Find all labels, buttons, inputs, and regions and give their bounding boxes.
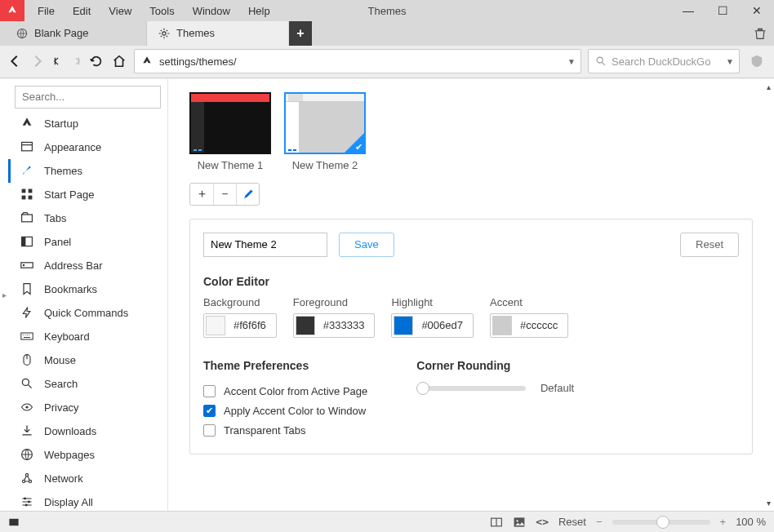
- pref-transparent-tabs[interactable]: Transparent Tabs: [203, 421, 367, 441]
- panel-icon: [20, 235, 33, 248]
- highlight-hex: #006ed7: [413, 319, 471, 331]
- search-icon: [20, 377, 33, 390]
- sidebar-item-label: Quick Commands: [44, 307, 128, 319]
- closed-tabs-button[interactable]: [746, 21, 774, 46]
- reset-button[interactable]: Reset: [680, 233, 739, 257]
- vivaldi-icon: [7, 5, 18, 16]
- new-tab-button[interactable]: +: [289, 21, 312, 46]
- menu-window[interactable]: Window: [185, 2, 238, 20]
- tab-label: Blank Page: [34, 27, 89, 39]
- remove-theme-button[interactable]: －: [213, 184, 236, 205]
- chevron-down-icon[interactable]: ▼: [726, 57, 734, 66]
- globe-icon: [16, 28, 28, 39]
- content-blocker-button[interactable]: [746, 54, 767, 69]
- minimize-button[interactable]: ―: [671, 0, 705, 21]
- settings-search-input[interactable]: [15, 86, 161, 109]
- svg-point-21: [24, 498, 26, 500]
- checkbox-icon: [203, 385, 216, 397]
- sidebar-item-keyboard[interactable]: Keyboard: [8, 325, 167, 348]
- sidebar-item-label: Tabs: [44, 212, 66, 224]
- sidebar-item-themes[interactable]: Themes: [8, 159, 167, 183]
- zoom-slider[interactable]: [612, 520, 710, 525]
- background-hex: #f6f6f6: [225, 319, 274, 331]
- url-field[interactable]: settings/themes/ ▼: [134, 49, 581, 73]
- grid-icon: [20, 188, 33, 201]
- image-icon[interactable]: [513, 516, 526, 529]
- scroll-up-indicator[interactable]: ▴: [767, 82, 771, 91]
- sidebar-item-display-all[interactable]: Display All: [8, 490, 167, 512]
- reload-button[interactable]: [88, 53, 105, 69]
- menu-tools[interactable]: Tools: [141, 2, 182, 20]
- background-label: Background: [203, 296, 277, 308]
- sidebar-item-privacy[interactable]: Privacy: [8, 396, 167, 419]
- sidebar-item-tabs[interactable]: Tabs: [8, 206, 167, 230]
- fast-forward-button[interactable]: [70, 53, 82, 69]
- background-swatch[interactable]: #f6f6f6: [203, 313, 277, 338]
- sidebar-item-start-page[interactable]: Start Page: [8, 183, 167, 206]
- sidebar-item-mouse[interactable]: Mouse: [8, 348, 167, 372]
- chevron-down-icon[interactable]: ▼: [567, 57, 576, 66]
- sidebar-item-panel[interactable]: Panel: [8, 230, 167, 254]
- page-actions-icon[interactable]: <>: [536, 516, 549, 528]
- theme-thumbnails: New Theme 1 ✔ New Theme 2: [189, 92, 753, 171]
- menu-edit[interactable]: Edit: [64, 2, 99, 20]
- back-button[interactable]: [7, 53, 23, 69]
- svg-point-27: [517, 520, 518, 521]
- svg-point-1: [162, 32, 166, 35]
- highlight-label: Highlight: [391, 296, 474, 308]
- sidebar-item-label: Downloads: [44, 425, 96, 437]
- panel-toggle-icon[interactable]: [8, 516, 20, 528]
- panel-toggle[interactable]: ▸: [0, 79, 8, 512]
- svg-point-18: [22, 480, 24, 482]
- edit-theme-button[interactable]: [236, 184, 259, 205]
- tiling-icon[interactable]: [490, 516, 503, 529]
- close-button[interactable]: ✕: [740, 0, 774, 21]
- scroll-down-indicator[interactable]: ▾: [767, 499, 771, 508]
- accent-swatch[interactable]: #cccccc: [490, 313, 568, 338]
- check-icon: ✔: [355, 142, 363, 153]
- sidebar-item-downloads[interactable]: Downloads: [8, 419, 167, 443]
- menu-bar: File Edit View Tools Window Help: [24, 2, 278, 20]
- sidebar-item-bookmarks[interactable]: Bookmarks: [8, 277, 167, 301]
- shield-icon: [750, 54, 764, 69]
- svg-rect-4: [22, 189, 26, 193]
- forward-button[interactable]: [29, 53, 46, 69]
- pref-accent-from-page[interactable]: Accent Color from Active Page: [203, 382, 367, 401]
- maximize-button[interactable]: ☐: [705, 0, 740, 21]
- sidebar-item-webpages[interactable]: Webpages: [8, 443, 167, 467]
- vivaldi-logo[interactable]: [0, 0, 24, 21]
- sidebar-item-label: Bookmarks: [44, 283, 97, 295]
- home-button[interactable]: [111, 53, 127, 69]
- svg-point-19: [29, 480, 31, 482]
- add-theme-button[interactable]: ＋: [190, 184, 213, 205]
- zoom-reset-button[interactable]: Reset: [558, 516, 586, 528]
- highlight-swatch[interactable]: #006ed7: [391, 313, 474, 338]
- tab-themes[interactable]: Themes: [147, 21, 289, 46]
- sliders-icon: [20, 495, 33, 508]
- navigation-bar: settings/themes/ ▼ Search DuckDuckGo ▼: [0, 46, 774, 78]
- theme-actions-toolbar: ＋ －: [189, 183, 260, 206]
- checkbox-icon: ✔: [203, 405, 216, 417]
- url-text: settings/themes/: [159, 55, 237, 68]
- corner-rounding-slider[interactable]: [416, 386, 526, 391]
- pref-accent-to-window[interactable]: ✔Apply Accent Color to Window: [203, 401, 367, 421]
- bookmark-icon: [20, 282, 33, 295]
- foreground-swatch[interactable]: #333333: [293, 313, 376, 338]
- theme-name-input[interactable]: [203, 233, 327, 257]
- sidebar-item-startup[interactable]: Startup: [8, 112, 167, 135]
- rewind-button[interactable]: [52, 53, 64, 69]
- sidebar-item-quick-commands[interactable]: Quick Commands: [8, 301, 167, 325]
- theme-thumbnail-1[interactable]: [189, 92, 271, 154]
- menu-view[interactable]: View: [100, 2, 140, 20]
- search-field[interactable]: Search DuckDuckGo ▼: [588, 49, 740, 73]
- sidebar-item-search[interactable]: Search: [8, 372, 167, 396]
- theme-thumbnail-2[interactable]: ✔: [284, 92, 366, 154]
- sidebar-item-network[interactable]: Network: [8, 467, 167, 490]
- window-icon: [20, 140, 33, 153]
- sidebar-item-appearance[interactable]: Appearance: [8, 135, 167, 159]
- save-button[interactable]: Save: [339, 233, 394, 257]
- sidebar-item-address-bar[interactable]: Address Bar: [8, 254, 167, 277]
- tab-blank-page[interactable]: Blank Page: [5, 21, 147, 46]
- menu-help[interactable]: Help: [240, 2, 278, 20]
- menu-file[interactable]: File: [29, 2, 63, 20]
